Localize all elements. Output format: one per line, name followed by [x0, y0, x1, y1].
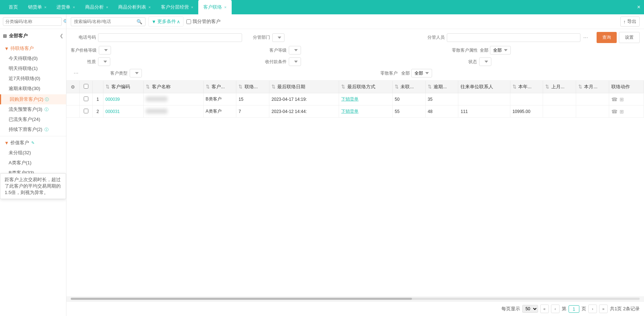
manager-input[interactable] [447, 33, 580, 42]
action-phone-icon[interactable]: ☎ [611, 96, 617, 102]
tmonth-sort-icon[interactable]: ⇅ [578, 84, 582, 89]
action-grid-icon[interactable]: ⊞ [620, 96, 624, 102]
more-conditions-btn[interactable]: ▼ 更多条件 ∧ [148, 16, 184, 27]
row-name [144, 105, 203, 118]
row-checkbox[interactable] [79, 105, 92, 118]
horizontal-scrollbar[interactable] [66, 296, 644, 301]
search-input[interactable] [74, 19, 135, 24]
sidebar-abnormal-item[interactable]: 回购异常客户(2) ⓘ [0, 94, 66, 104]
last-page-btn[interactable]: » [599, 305, 608, 313]
sidebar-a-class[interactable]: A类客户(1) [0, 158, 66, 168]
value-edit-icon[interactable]: ✎ [31, 141, 34, 145]
row-code[interactable]: 000031 [103, 105, 144, 118]
filter-icon: ▼ [152, 19, 156, 24]
abnormal-info-icon[interactable]: ⓘ [45, 97, 49, 102]
close-customer-contact[interactable]: × [224, 5, 226, 9]
nav-product-analysis-list[interactable]: 商品分析列表 × [113, 0, 156, 14]
first-page-btn[interactable]: « [540, 305, 549, 313]
code-sort-icon[interactable]: ⇅ [106, 84, 110, 89]
sidebar-tomorrow-pending[interactable]: 明天待联络(1) [0, 63, 66, 74]
retail-customer-field: 零散客户 全部 全部 [372, 69, 640, 77]
row-last-month [543, 93, 576, 105]
nav-home[interactable]: 首页 [4, 0, 23, 14]
row-code[interactable]: 000039 [103, 93, 144, 105]
grid-icon: ⊞ [3, 33, 7, 39]
table-header-row: ⚙ ⇅ 客户编码 ⇅ 客户名称 [66, 81, 644, 93]
close-sales-order[interactable]: × [44, 5, 46, 9]
query-btn[interactable]: 查询 [597, 32, 617, 43]
gender-select[interactable] [98, 57, 110, 66]
col-settings[interactable]: ⚙ [66, 81, 79, 93]
action-phone-icon[interactable]: ☎ [611, 109, 617, 114]
window-close-btn[interactable]: × [637, 4, 640, 10]
row-this-year [510, 93, 543, 105]
action-grid-icon[interactable]: ⊞ [620, 109, 624, 114]
nav-purchase-order[interactable]: 进货单 × [51, 0, 80, 14]
sidebar-value-group-title[interactable]: ▼ 价值客户 ✎ [0, 138, 66, 148]
close-product-analysis[interactable]: × [106, 5, 108, 9]
close-purchase-order[interactable]: × [73, 5, 75, 9]
sidebar-search-input[interactable] [3, 17, 62, 26]
customer-level-select[interactable] [289, 46, 301, 55]
my-customers-checkbox[interactable] [186, 19, 191, 24]
status-select[interactable] [479, 57, 491, 66]
row-last-method[interactable]: 下销货单 [339, 105, 393, 118]
declining-info-icon: ⓘ [45, 127, 48, 132]
phone-input[interactable] [98, 33, 242, 42]
price-level-select[interactable] [99, 46, 111, 55]
class-sort-icon[interactable]: ⇅ [206, 84, 210, 89]
sidebar-declining[interactable]: 持续下滑客户(2) ⓘ [0, 124, 66, 135]
prev-page-btn[interactable]: ‹ [551, 305, 560, 313]
nav-product-analysis[interactable]: 商品分析 × [80, 0, 113, 14]
sidebar-all-customers-header[interactable]: ⊞ 全部客户 ❮ [0, 30, 66, 41]
sidebar-today-pending[interactable]: 今天待联络(0) [0, 53, 66, 63]
customer-type-select[interactable] [130, 69, 142, 77]
col-settings-icon[interactable]: ⚙ [71, 84, 75, 90]
nav-customer-contact[interactable]: 客户联络 × [198, 0, 231, 14]
date-sort-icon[interactable]: ⇅ [272, 84, 275, 89]
sidebar-lost[interactable]: 已流失客户(24) [0, 114, 66, 124]
lmonth-sort-icon[interactable]: ⇅ [545, 84, 549, 89]
sidebar-pending-title[interactable]: ▼ 待联络客户 [0, 43, 66, 53]
customer-level-field: 客户等级 [261, 46, 449, 55]
sidebar-search-area: 🔍 [0, 14, 66, 29]
sidebar-search-icon[interactable]: 🔍 [63, 19, 66, 24]
select-all-checkbox[interactable] [84, 84, 88, 89]
sidebar-overdue-pending[interactable]: 逾期未联络(30) [0, 84, 66, 94]
manager-more-icon[interactable]: ··· [580, 34, 591, 41]
col-this-month: ⇅ 本月... [576, 81, 609, 93]
retail-customer-select[interactable]: 全部 [411, 69, 432, 77]
retail-attr-field: 零散客户属性 全部 全部 [452, 46, 640, 55]
scroll-thumb[interactable] [71, 298, 412, 300]
row-check-0[interactable] [84, 96, 88, 101]
retail-attr-select[interactable]: 全部 [490, 46, 511, 55]
dept-select[interactable] [272, 33, 284, 42]
customer-table: ⚙ ⇅ 客户编码 ⇅ 客户名称 [66, 81, 644, 118]
nav-sales-order[interactable]: 销货单 × [23, 0, 51, 14]
next-page-btn[interactable]: › [588, 305, 597, 313]
sidebar-ungrouped[interactable]: 未分组(32) [0, 148, 66, 158]
search-icon[interactable]: 🔍 [136, 19, 142, 24]
sidebar-7days-pending[interactable]: 近7天待联络(0) [0, 74, 66, 84]
per-page-select[interactable]: 50 [522, 305, 538, 313]
top-nav: 首页 销货单 × 进货单 × 商品分析 × 商品分析列表 × 客户分层经营 × … [0, 0, 644, 14]
nav-customer-tier[interactable]: 客户分层经营 × [156, 0, 198, 14]
col-contact-count: ⇅ 联络... [236, 81, 269, 93]
unreached-sort-icon[interactable]: ⇅ [395, 84, 399, 89]
sidebar-lost-preview[interactable]: 流失预警客户(3) ⓘ [0, 104, 66, 114]
name-sort-icon[interactable]: ⇅ [146, 84, 150, 89]
row-check-1[interactable] [84, 109, 88, 113]
payment-select[interactable] [289, 57, 301, 66]
year-sort-icon[interactable]: ⇅ [513, 84, 516, 89]
row4-more-dots[interactable]: ··· [71, 70, 81, 76]
method-sort-icon[interactable]: ⇅ [341, 84, 345, 89]
contact-sort-icon[interactable]: ⇅ [238, 84, 242, 89]
export-btn[interactable]: ↑ 导出 [620, 16, 640, 27]
close-product-analysis-list[interactable]: × [148, 5, 150, 9]
row-last-method[interactable]: 下销货单 [339, 93, 393, 105]
settings-btn[interactable]: 设置 [619, 32, 640, 43]
row-checkbox[interactable] [79, 93, 92, 105]
close-customer-tier[interactable]: × [191, 5, 193, 9]
overdue-sort-icon[interactable]: ⇅ [428, 84, 432, 89]
pagination: 每页显示 50 « ‹ 第 1 页 › » 共1页 2条记录 [66, 301, 644, 316]
